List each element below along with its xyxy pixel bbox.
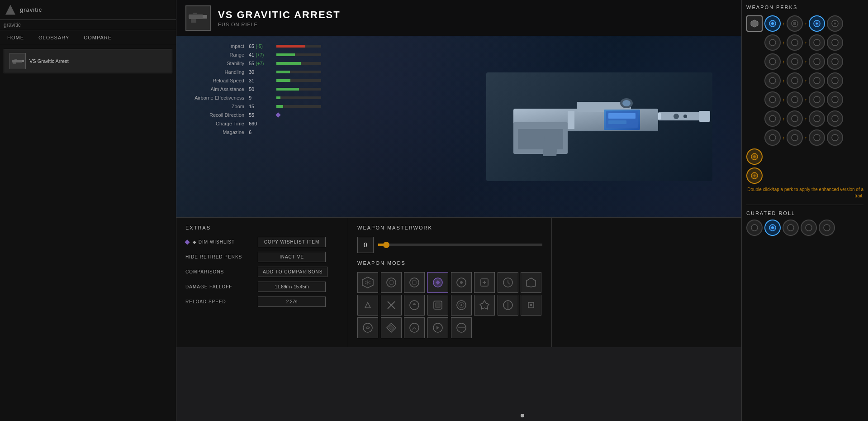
mod-slot[interactable] (381, 272, 402, 293)
svg-point-82 (792, 115, 798, 122)
perk-arrow-6: ↑ (805, 59, 807, 64)
perk-t13[interactable] (809, 53, 825, 70)
mod-slot[interactable] (404, 317, 425, 338)
sidebar-weapon-item[interactable]: VS Gravitic Arrest (4, 49, 172, 73)
perk-t24[interactable] (827, 72, 843, 89)
perk-b4[interactable] (764, 72, 781, 89)
perk-magazine[interactable] (787, 15, 803, 32)
mods-grid-row-1 (357, 272, 542, 293)
perk-t26[interactable] (827, 110, 843, 127)
mod-slot[interactable] (427, 317, 448, 338)
mod-slot[interactable] (474, 295, 495, 316)
search-bar[interactable] (0, 20, 176, 30)
search-input[interactable] (4, 22, 172, 28)
nav-glossary[interactable]: GLOSSARY (31, 30, 76, 45)
mod-slot[interactable] (427, 295, 448, 316)
perk-b7[interactable] (764, 129, 781, 146)
perk-intrinsic[interactable] (746, 15, 763, 32)
svg-point-66 (792, 39, 798, 46)
curated-perk-3[interactable] (801, 220, 817, 236)
perk-spacer-4 (746, 91, 763, 108)
mod-slot[interactable] (451, 295, 472, 316)
damage-falloff-label: DAMAGE FALLOFF (185, 284, 258, 289)
perk-trait-1-selected[interactable] (809, 15, 825, 32)
svg-point-30 (387, 278, 396, 287)
svg-point-74 (792, 77, 798, 84)
mod-slot[interactable] (451, 317, 472, 338)
svg-point-88 (832, 134, 838, 141)
perk-t14[interactable] (809, 72, 825, 89)
perk-b6[interactable] (764, 110, 781, 127)
mod-slot[interactable] (404, 295, 425, 316)
perk-barrel-selected[interactable] (764, 15, 781, 32)
mod-slot-active[interactable] (427, 272, 448, 293)
mod-slot[interactable] (357, 295, 378, 316)
perk-golden-2[interactable] (746, 167, 763, 184)
curated-perk-0[interactable] (746, 220, 763, 236)
svg-point-73 (769, 77, 776, 84)
mod-slot[interactable] (521, 295, 541, 316)
stat-bar-container-1 (276, 53, 321, 56)
hide-retired-label: HIDE RETIRED PERKS (185, 254, 258, 259)
curated-perk-2[interactable] (783, 220, 799, 236)
perk-t15[interactable] (809, 91, 825, 108)
perk-spacer-3 (746, 72, 763, 89)
perk-row-golden-2 (746, 167, 863, 184)
svg-point-75 (814, 77, 820, 84)
nav-compare[interactable]: COMPARE (76, 30, 119, 45)
perk-t25[interactable] (827, 91, 843, 108)
perk-t22[interactable] (827, 34, 843, 51)
perk-t16[interactable] (809, 110, 825, 127)
perk-golden-1[interactable] (746, 148, 763, 165)
app-title: gravitic (20, 6, 42, 13)
pagination-dot-0[interactable] (521, 414, 524, 417)
perk-t12[interactable] (809, 34, 825, 51)
damage-falloff-row: DAMAGE FALLOFF 11.89m / 15.45m (185, 282, 339, 292)
perk-t27[interactable] (827, 129, 843, 146)
masterwork-slider[interactable] (378, 244, 542, 246)
add-to-comparisons-button[interactable]: ADD TO COMPARISONS (258, 267, 327, 277)
perk-b3[interactable] (764, 53, 781, 70)
curated-perk-1[interactable] (764, 220, 781, 236)
perk-row-3: ↑ ↑ (746, 53, 863, 70)
perk-m4[interactable] (787, 72, 803, 89)
mod-slot[interactable] (404, 272, 425, 293)
perk-m6[interactable] (787, 110, 803, 127)
perk-b2[interactable] (764, 34, 781, 51)
stat-bar-fill-1 (276, 53, 295, 56)
svg-rect-7 (191, 19, 196, 23)
perk-m7[interactable] (787, 129, 803, 146)
perk-m5[interactable] (787, 91, 803, 108)
perk-arrow-3: ↑ (783, 40, 785, 45)
perk-trait-2[interactable] (827, 15, 843, 32)
masterwork-slider-thumb[interactable] (383, 242, 389, 248)
sidebar-nav: HOME GLOSSARY COMPARE (0, 30, 176, 45)
mod-slot[interactable] (521, 272, 541, 293)
perk-b5[interactable] (764, 91, 781, 108)
perk-arrow-13: ↑ (783, 135, 785, 140)
mod-slot[interactable] (474, 272, 495, 293)
svg-point-83 (814, 115, 820, 122)
mod-slot[interactable] (498, 295, 518, 316)
copy-wishlist-button[interactable]: COPY WISHLIST ITEM (258, 237, 326, 247)
perk-m2[interactable] (787, 34, 803, 51)
curated-perk-row (746, 220, 863, 236)
pagination (521, 414, 524, 417)
perk-t23[interactable] (827, 53, 843, 70)
perk-t17[interactable] (809, 129, 825, 146)
perk-m3[interactable] (787, 53, 803, 70)
svg-point-16 (622, 100, 631, 106)
inactive-button[interactable]: INACTIVE (258, 252, 326, 262)
mod-slot[interactable] (357, 272, 378, 293)
svg-point-71 (814, 58, 820, 65)
mod-slot[interactable] (451, 272, 472, 293)
svg-point-94 (771, 226, 774, 229)
mod-slot[interactable] (498, 272, 518, 293)
mod-slot[interactable] (381, 295, 402, 316)
mod-slot[interactable] (357, 317, 378, 338)
nav-home[interactable]: HOME (0, 30, 31, 45)
curated-perk-4[interactable] (819, 220, 835, 236)
svg-rect-20 (608, 120, 626, 124)
stat-bar-container-6 (276, 96, 321, 99)
mod-slot[interactable] (381, 317, 402, 338)
